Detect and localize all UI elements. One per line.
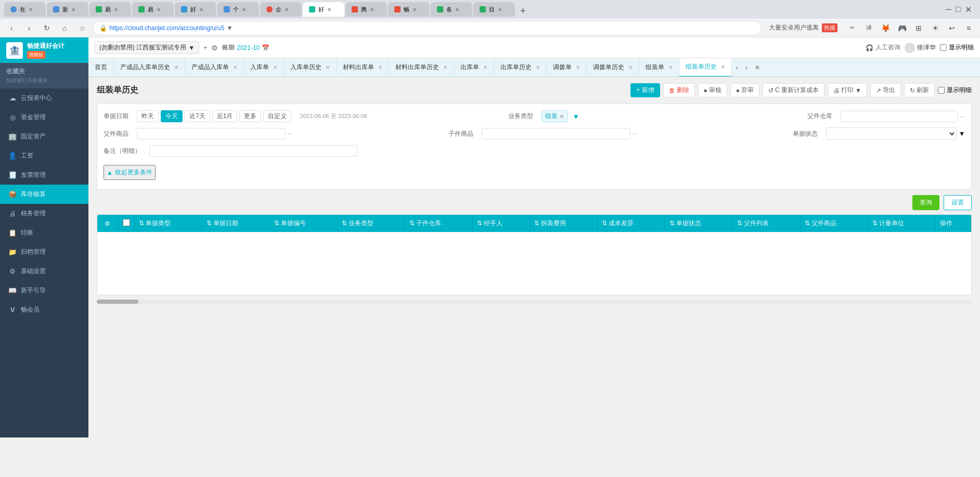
query-button[interactable]: 查询 (912, 195, 939, 210)
sidebar-favorites[interactable]: 收藏夹 快捷键打开收藏夹 (0, 63, 88, 88)
collapse-button[interactable]: ▲ 收起更多条件 (104, 165, 156, 180)
tab-8-close[interactable]: ✕ (536, 65, 540, 70)
col-handler[interactable]: ⇅ 经手人 (472, 215, 530, 232)
tab-close-all-btn[interactable]: ✕ (752, 63, 763, 72)
browser-tab-9[interactable]: 畅 ✕ (388, 2, 430, 17)
date-more-btn[interactable]: 更多 (239, 110, 261, 122)
date-yesterday-btn[interactable]: 昨天 (137, 110, 159, 122)
tab-3-close[interactable]: ✕ (273, 65, 277, 70)
col-doc-status[interactable]: ⇅ 单据状态 (665, 215, 732, 232)
col-parent-list[interactable]: ⇅ 父件列表 (732, 215, 800, 232)
address-bar[interactable]: 🔒 https://cloud.chanjet.com/accounting/u… (93, 21, 762, 35)
show-detail-checkbox[interactable]: 显示明细 (940, 43, 974, 52)
browser-tab-5[interactable]: 个 ✕ (217, 2, 259, 17)
tab-12-close[interactable]: ✕ (721, 64, 725, 70)
cut-button[interactable]: ✂ (845, 21, 859, 35)
sidebar-item-reports[interactable]: ☁ 云报表中心 (0, 88, 88, 108)
col-doc-type[interactable]: ⇅ 单据类型 (134, 215, 202, 232)
tab-5-close[interactable]: ✕ (378, 65, 382, 70)
refresh-browser-button[interactable]: ↻ (40, 21, 54, 35)
col-biz-type[interactable]: ⇅ 业务类型 (337, 215, 405, 232)
new-tab-button[interactable]: + (516, 6, 530, 17)
show-detail-input[interactable] (940, 44, 947, 51)
sidebar-item-salary[interactable]: 👤 工资 (0, 146, 88, 165)
browser-tab-7[interactable]: 好 ✕ (303, 2, 344, 17)
select-all-checkbox[interactable] (123, 219, 130, 226)
tab-assembly[interactable]: 组装单 ✕ (639, 58, 679, 77)
service-contact[interactable]: 🎧 人工咨询 (866, 43, 900, 52)
sidebar-item-guide[interactable]: 📖 新手引导 (0, 281, 88, 300)
col-checkbox[interactable] (118, 215, 134, 232)
tab-assembly-history[interactable]: 组装单历史 ✕ (679, 58, 732, 77)
user-info[interactable]: 徐泽华 (905, 43, 936, 53)
sidebar-item-inventory[interactable]: 📦 库存核算 (0, 185, 88, 204)
date-1month-btn[interactable]: 近1月 (212, 110, 238, 122)
tab-11-close[interactable]: ✕ (668, 65, 673, 70)
translate-button[interactable]: 译 (861, 21, 876, 35)
tab-6-close[interactable]: ✕ (443, 65, 447, 70)
theme-button[interactable]: ☀ (928, 21, 943, 35)
tab-outbound[interactable]: 出库单 ✕ (454, 58, 494, 77)
sidebar-item-archive[interactable]: 📁 归档管理 (0, 242, 88, 262)
undo-button[interactable]: ↩ (945, 21, 959, 35)
tab-2-close[interactable]: ✕ (233, 65, 237, 70)
date-7days-btn[interactable]: 近7天 (185, 110, 210, 122)
tab-inbound[interactable]: 入库单 ✕ (244, 58, 284, 77)
browser-tab-0[interactable]: 在 ✕ (4, 2, 46, 17)
col-settings[interactable]: ⚙ (97, 215, 118, 232)
review-button[interactable]: ● 审核 (698, 83, 727, 97)
add-button[interactable]: + 新增 (630, 83, 660, 97)
tab-finished-goods-history[interactable]: 产成品入库单历史 ✕ (114, 58, 185, 77)
sidebar-item-tax[interactable]: 🖨 税务管理 (0, 204, 88, 223)
tab-1-close[interactable]: ✕ (174, 65, 178, 70)
tab-outbound-history[interactable]: 出库单历史 ✕ (494, 58, 547, 77)
forward-button[interactable]: › (22, 21, 36, 35)
sidebar-item-close-accounts[interactable]: 📋 结账 (0, 223, 88, 242)
browser-tab-1[interactable]: 新 ✕ (47, 2, 88, 17)
sidebar-item-member[interactable]: V 畅会员 (0, 300, 88, 319)
business-type-tag-close[interactable]: ✕ (559, 113, 564, 120)
recalculate-button[interactable]: ↺ C 重新计算成本 (763, 83, 824, 97)
settings-button[interactable]: 设置 (944, 195, 972, 210)
tab-9-close[interactable]: ✕ (576, 65, 580, 70)
col-disassembly-cost[interactable]: ⇅ 拆装费用 (530, 215, 597, 232)
close-button[interactable]: ✕ (965, 5, 972, 15)
print-button[interactable]: 🖨 打印 ▼ (828, 83, 867, 97)
notes-input[interactable] (149, 145, 357, 157)
parent-goods-more[interactable]: ··· (288, 130, 293, 137)
sidebar-item-invoice[interactable]: 🧾 发票管理 (0, 165, 88, 185)
tab-left-btn[interactable]: ‹ (733, 63, 741, 72)
browser-tab-3[interactable]: 易 ✕ (132, 2, 174, 17)
tab-10-close[interactable]: ✕ (628, 65, 633, 70)
tab-home[interactable]: 首页 (88, 58, 114, 77)
date-custom-btn[interactable]: 自定义 (263, 110, 291, 122)
emoji-button[interactable]: 🦊 (878, 21, 893, 35)
horizontal-scrollbar[interactable] (97, 300, 972, 304)
scroll-thumb[interactable] (97, 300, 138, 304)
col-doc-date[interactable]: ⇅ 单据日期 (202, 215, 269, 232)
parent-goods-input[interactable] (137, 128, 286, 139)
company-selector[interactable]: (勿删勿禁用) 江西服宝测试专用 ▼ (95, 41, 199, 54)
browser-tab-8[interactable]: 腾 ✕ (345, 2, 387, 17)
child-goods-input[interactable] (482, 128, 630, 139)
sidebar-item-settings[interactable]: ⚙ 基础设置 (0, 262, 88, 281)
grid-button[interactable]: ⊞ (911, 21, 926, 35)
tab-7-close[interactable]: ✕ (483, 65, 487, 70)
bookmark-button[interactable]: ☆ (75, 21, 89, 35)
business-type-dropdown[interactable]: ▼ (572, 112, 579, 121)
tab-4-close[interactable]: ✕ (326, 65, 330, 70)
calendar-icon[interactable]: 📅 (262, 44, 269, 51)
parent-warehouse-more[interactable]: ··· (960, 113, 965, 120)
date-today-btn[interactable]: 今天 (161, 110, 183, 122)
tab-finished-goods[interactable]: 产成品入库单 ✕ (185, 58, 244, 77)
browser-tab-2[interactable]: 易 ✕ (89, 2, 131, 17)
col-doc-no[interactable]: ⇅ 单据编号 (269, 215, 337, 232)
tab-right-btn[interactable]: › (742, 63, 751, 72)
parent-warehouse-input[interactable] (841, 111, 958, 122)
status-select[interactable] (826, 127, 957, 140)
show-detail-right-input[interactable] (938, 87, 945, 94)
browser-tab-6[interactable]: 企 ✕ (260, 2, 302, 17)
sidebar-item-funds[interactable]: ◎ 资金管理 (0, 108, 88, 127)
home-button[interactable]: ⌂ (57, 21, 72, 35)
refresh-button[interactable]: ↻ 刷新 (904, 83, 935, 97)
